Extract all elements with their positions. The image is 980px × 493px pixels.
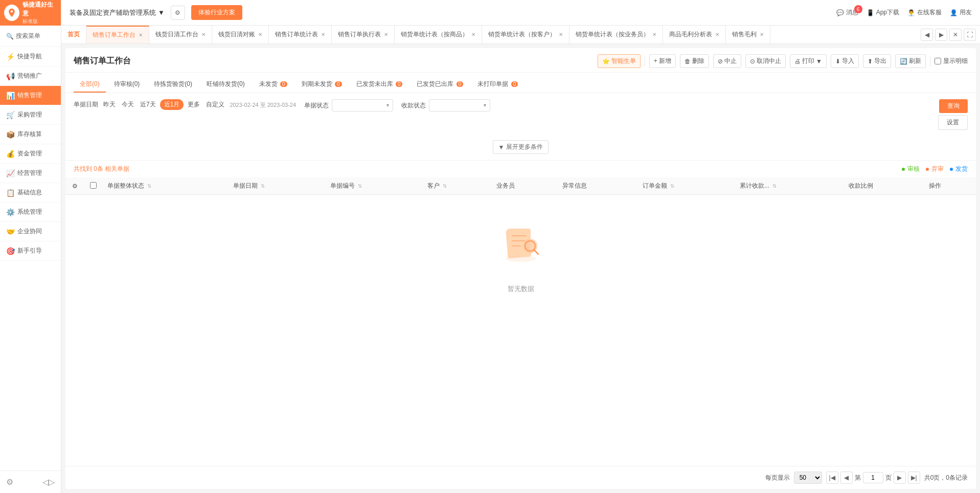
subtab-all[interactable]: 全部(0) bbox=[74, 77, 106, 93]
cancel-suspend-icon: ⊙ bbox=[750, 58, 755, 65]
sales-icon: 📊 bbox=[6, 92, 14, 100]
tab-sales-stats[interactable]: 销售订单统计表 ✕ bbox=[269, 26, 332, 44]
settings-bottom-button[interactable]: ⚙ bbox=[4, 475, 15, 489]
industry-solution-button[interactable]: 体验行业方案 bbox=[191, 5, 242, 20]
setup-button[interactable]: 设置 bbox=[938, 115, 968, 130]
subtab-pending-check[interactable]: 待拣货验货(0) bbox=[148, 77, 198, 93]
tab-close-button[interactable]: ✕ bbox=[715, 32, 719, 37]
topbar-settings-button[interactable]: ⚙ bbox=[171, 6, 185, 20]
tab-close-button[interactable]: ✕ bbox=[384, 32, 388, 37]
logo-text-block: 畅捷通好生意 标准版 bbox=[22, 1, 57, 25]
tab-sales-workbench[interactable]: 销售订单工作台 ✕ bbox=[86, 26, 149, 44]
refresh-button[interactable]: 🔄 刷新 bbox=[895, 54, 926, 68]
subtab-overdue-not-shipped[interactable]: 到期未发货 0 bbox=[295, 77, 348, 93]
subtab-shipped-not-out[interactable]: 已发货未出库 0 bbox=[350, 77, 409, 93]
tab-sales-exec[interactable]: 销售订单执行表 ✕ bbox=[332, 26, 395, 44]
next-tabs-button[interactable]: ▶ bbox=[935, 29, 947, 41]
page-number-input[interactable] bbox=[863, 472, 883, 483]
subtab-not-printed[interactable]: 未打印单据 0 bbox=[471, 77, 524, 93]
user-action[interactable]: 👤 用友 bbox=[950, 8, 972, 17]
sidebar-item-cooperation[interactable]: 🤝 企业协同 bbox=[0, 222, 61, 241]
payment-select[interactable] bbox=[429, 99, 490, 111]
page-toolbar: ⭐ 智能生单 + 新增 🗑 删除 ⊘ 中止 bbox=[598, 54, 968, 68]
tab-label: 销货单统计表（按业务员） bbox=[576, 30, 649, 39]
column-settings-icon[interactable]: ⚙ bbox=[72, 183, 78, 190]
close-tab-button[interactable]: ✕ bbox=[949, 29, 962, 41]
date-1month-btn[interactable]: 近1月 bbox=[160, 99, 184, 110]
tab-close-button[interactable]: ✕ bbox=[321, 32, 325, 37]
tab-close-button[interactable]: ✕ bbox=[471, 32, 475, 37]
tab-sales-profit[interactable]: 销售毛利 ✕ bbox=[726, 26, 770, 44]
subtab-not-shipped[interactable]: 未发货 0 bbox=[253, 77, 293, 93]
date-custom-btn[interactable]: 自定义 bbox=[204, 99, 226, 110]
date-7days-btn[interactable]: 近7天 bbox=[138, 99, 158, 110]
page-size-select[interactable]: 50 10 20 100 bbox=[794, 472, 822, 484]
print-dropdown-icon: ▼ bbox=[816, 58, 822, 65]
export-button[interactable]: ⬆ 导出 bbox=[863, 54, 891, 68]
query-button[interactable]: 查询 bbox=[939, 99, 968, 113]
date-more-btn[interactable]: 更多 bbox=[186, 99, 202, 110]
maximize-tab-button[interactable]: ⛶ bbox=[964, 29, 976, 41]
tab-close-button[interactable]: ✕ bbox=[201, 32, 206, 37]
sidebar-item-inventory[interactable]: 📦 库存核算 bbox=[0, 125, 61, 144]
app-download-action[interactable]: 📱 App下载 bbox=[867, 8, 899, 17]
date-today-btn[interactable]: 今天 bbox=[120, 99, 136, 110]
import-button[interactable]: ⬇ 导入 bbox=[831, 54, 859, 68]
sidebar-item-base-info[interactable]: 📋 基础信息 bbox=[0, 183, 61, 203]
main-content: 装备及固定资产辅助管理系统 ▼ ⚙ 体验行业方案 💬 消息 6 📱 App下载 … bbox=[61, 0, 980, 493]
status-filter-group: 单据状态 bbox=[304, 99, 393, 111]
online-service-action[interactable]: 👨‍💼 在线客服 bbox=[907, 8, 942, 17]
last-page-button[interactable]: ▶| bbox=[908, 472, 920, 484]
print-button[interactable]: 🖨 打印 ▼ bbox=[790, 54, 827, 68]
cancel-suspend-button[interactable]: ⊙ 取消中止 bbox=[745, 54, 786, 68]
suspend-button[interactable]: ⊘ 中止 bbox=[713, 54, 741, 68]
not-shipped-badge: 0 bbox=[280, 81, 287, 87]
collapse-sidebar-button[interactable]: ◁▷ bbox=[40, 475, 57, 489]
prev-page-button[interactable]: ◀ bbox=[840, 472, 853, 484]
tab-cash-daily[interactable]: 钱货日清工作台 ✕ bbox=[149, 26, 212, 44]
tab-close-button[interactable]: ✕ bbox=[559, 32, 563, 37]
show-detail-checkbox-label[interactable]: 显示明细 bbox=[935, 57, 968, 65]
tab-sales-single-by-staff[interactable]: 销货单统计表（按业务员） ✕ bbox=[569, 26, 663, 44]
sidebar-item-system[interactable]: ⚙️ 系统管理 bbox=[0, 203, 61, 222]
sidebar-item-operations[interactable]: 📈 经营管理 bbox=[0, 164, 61, 183]
tab-sales-single-by-customer[interactable]: 销货单统计表（按客户） ✕ bbox=[482, 26, 569, 44]
expand-filter-button[interactable]: ▼ 展开更多条件 bbox=[493, 140, 549, 154]
tab-close-button[interactable]: ✕ bbox=[760, 32, 764, 37]
search-menu-button[interactable]: 🔍 搜索菜单 bbox=[4, 30, 57, 42]
tab-close-button[interactable]: ✕ bbox=[139, 32, 143, 38]
smart-generate-button[interactable]: ⭐ 智能生单 bbox=[598, 54, 641, 68]
status-select[interactable] bbox=[332, 99, 393, 111]
subtab-wangpu-pending[interactable]: 旺铺待发货(0) bbox=[200, 77, 251, 93]
sidebar-item-finance[interactable]: 💰 资金管理 bbox=[0, 144, 61, 164]
select-all-checkbox[interactable] bbox=[90, 182, 97, 189]
show-detail-checkbox[interactable] bbox=[935, 58, 941, 64]
batch-revoke-button[interactable]: 弃审 bbox=[926, 165, 944, 173]
sidebar-item-purchase[interactable]: 🛒 采购管理 bbox=[0, 105, 61, 125]
subtab-shipped-out[interactable]: 已发货已出库 0 bbox=[411, 77, 469, 93]
sidebar-item-marketing[interactable]: 📢 营销推广 bbox=[0, 66, 61, 86]
sidebar-item-quick-nav[interactable]: ⚡ 快捷导航 bbox=[0, 47, 61, 66]
first-page-button[interactable]: |◀ bbox=[826, 472, 838, 484]
system-title-dropdown[interactable]: 装备及固定资产辅助管理系统 ▼ bbox=[70, 8, 165, 17]
sidebar-item-guide[interactable]: 🎯 新手引导 bbox=[0, 241, 61, 261]
online-service-label: 在线客服 bbox=[917, 8, 942, 17]
message-action[interactable]: 💬 消息 6 bbox=[836, 8, 858, 17]
next-page-button[interactable]: ▶ bbox=[894, 472, 906, 484]
tab-home[interactable]: 首页 bbox=[61, 26, 86, 44]
tab-close-button[interactable]: ✕ bbox=[258, 32, 262, 37]
add-button[interactable]: + 新增 bbox=[649, 54, 676, 68]
data-table-scroll-area[interactable]: ⚙ 单据整体状态 ⇅ 单据日期 ⇅ bbox=[65, 177, 976, 466]
subtab-pending-review[interactable]: 待审核(0) bbox=[108, 77, 146, 93]
tab-product-margin[interactable]: 商品毛利分析表 ✕ bbox=[663, 26, 726, 44]
tab-sales-single-by-product[interactable]: 销货单统计表（按商品） ✕ bbox=[395, 26, 482, 44]
delete-button[interactable]: 🗑 删除 bbox=[680, 54, 709, 68]
batch-audit-button[interactable]: 审核 bbox=[902, 165, 920, 173]
base-info-icon: 📋 bbox=[6, 189, 14, 197]
date-yesterday-btn[interactable]: 昨天 bbox=[101, 99, 118, 110]
batch-ship-button[interactable]: 发货 bbox=[950, 165, 968, 173]
sidebar-item-sales[interactable]: 📊 销售管理 bbox=[0, 86, 61, 105]
tab-close-button[interactable]: ✕ bbox=[652, 32, 656, 37]
prev-tabs-button[interactable]: ◀ bbox=[921, 29, 933, 41]
tab-cash-reconcile[interactable]: 钱货日清对账 ✕ bbox=[212, 26, 269, 44]
